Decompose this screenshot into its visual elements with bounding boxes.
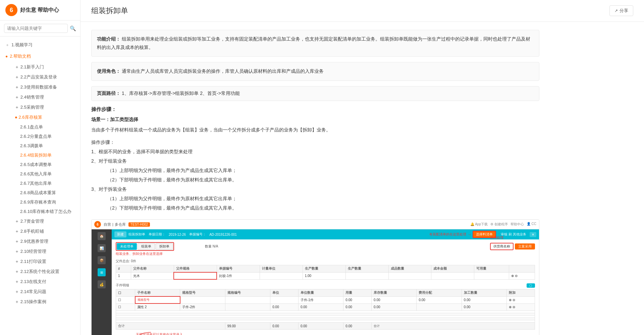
sidebar-item-i268[interactable]: 2.6.8商品成本重算 [15, 188, 80, 198]
td-unit-1 [260, 272, 303, 279]
page-title: 组装拆卸单 [91, 6, 128, 16]
sidebar-item-g25-label: 2.5采购管理 [20, 105, 44, 110]
btd-unit-1 [270, 296, 299, 303]
sidebar-item-g23[interactable]: ＋ 2.3使用前数据准备 [9, 82, 80, 92]
plus-icon: ＋ [15, 269, 19, 274]
nav-group-docs: ● 2.帮助文档 ＋ 2.1新手入门 ＋ 2.2产品安装及登录 ＋ 2.3使用前… [0, 51, 80, 307]
sim-field-no: AD-20191226-001 [209, 233, 237, 236]
sidebar-item-i261[interactable]: 2.6.1盘点单 [15, 122, 80, 132]
sub-steps: 操作步骤： 1、根据不同的业务，选择不同单据的类型来处理 2、对于组装业务 （1… [91, 137, 539, 213]
sidebar-item-g28[interactable]: ＋ 2.8手机旺铺 [9, 226, 80, 236]
sidebar-item-g28-label: 2.8手机旺铺 [20, 229, 44, 234]
btd-empty-3 [116, 311, 535, 313]
sidebar-item-i263[interactable]: 2.6.3调拨单 [15, 141, 80, 151]
btd-unitqty-1: 子件-1件 [298, 296, 343, 303]
main-header: 组装拆卸单 ↗ 分享 [80, 0, 644, 22]
plus-icon: ＋ [15, 85, 19, 90]
sim-btn-close[interactable]: ✕ [530, 232, 536, 237]
bth-unitqty: 单位数量 [298, 289, 343, 297]
sidebar-item-g29[interactable]: ＋ 2.9优惠券管理 [9, 236, 80, 246]
sidebar-item-i262[interactable]: 2.6.2分量盘点单 [15, 132, 80, 141]
sim-type-tabs-wrapper: 未处理单 组装单 拆卸单 组装业务、拆卸业务在这里选择 [116, 242, 174, 251]
sidebar-item-g22[interactable]: ＋ 2.2产品安装及登录 [9, 72, 80, 82]
th-doc-no: 单据编号 [217, 265, 260, 273]
steps-block: 操作步骤： 场景一：加工类型选择 当由多个子件材料组装成一个成品的业务为【组装】… [91, 106, 539, 213]
sim-table-bottom: ☐ 子件名称 规格型号 规格编号 单位 单位数量 用量 库存数量 费用分配 [116, 289, 535, 330]
sidebar-item-g215-label: 2.15操作案例 [20, 299, 46, 304]
sim-badge: TEST-H002 [128, 222, 150, 227]
screenshot-ui: 6 自营 | 多仓库 TEST-H002 🔔 App下载 ⚙ 创建程序 帮助中心… [92, 220, 539, 335]
sidebar-item-g21[interactable]: ＋ 2.1新手入门 [9, 62, 80, 72]
table-row-bottom-7 [116, 320, 535, 323]
plus-icon: ＋ [15, 229, 19, 234]
btd-name-2: 属性 2 [135, 303, 180, 311]
sidebar-item-g212[interactable]: ＋ 2.12系统个性化设置 [9, 267, 80, 277]
sidebar-item-g24[interactable]: ＋ 2.4销售管理 [9, 92, 80, 102]
sim-tab-unprocessed[interactable]: 未处理单 [117, 243, 137, 250]
sidebar-item-i265[interactable]: 2.6.5成本调整单 [15, 160, 80, 169]
path-desc-text: 1、库存核算->库存管理->组装拆卸单 2、首页->常用功能 [122, 91, 240, 96]
sidebar-item-g214-label: 2.14常见问题 [20, 289, 46, 294]
sim-tab-assembly[interactable]: 组装单 [138, 243, 155, 250]
share-icon: ↗ [614, 8, 618, 13]
minus-icon: ● [5, 54, 8, 59]
role-label: 使用角色： [97, 68, 120, 74]
btd-usage-1: 0.00 [343, 296, 372, 303]
sidebar-item-i269[interactable]: 2.6.9库存账本查询 [15, 198, 80, 207]
sim-form-row1: 未处理单 组装单 拆卸单 组装业务、拆卸业务在这里选择 数量 N/A [116, 242, 535, 251]
sidebar-item-g210[interactable]: ＋ 2.10经营管理 [9, 246, 80, 257]
sim-tab-disassembly[interactable]: 拆卸单 [156, 243, 173, 250]
bth-stock: 库存数量 [372, 289, 417, 297]
sidebar-item-g27[interactable]: ＋ 2.7资金管理 [9, 216, 80, 226]
bth-usage: 用量 [343, 289, 372, 297]
step3: 3、对于拆装业务 [91, 184, 539, 194]
main-content: 组装拆卸单 ↗ 分享 功能介绍： 组装拆卸单用来处理企业组装或拆卸等加工业务，支… [80, 0, 644, 335]
bth-spec: 规格型号 [180, 289, 225, 297]
th-parent-name: 父件名称 [131, 265, 174, 273]
sidebar-item-docs[interactable]: ● 2.帮助文档 [0, 51, 80, 62]
plus-icon: ＋ [15, 299, 19, 304]
btd-process-2: 0.00 [462, 303, 506, 311]
sidebar-item-g213[interactable]: ＋ 2.13在线支付 [9, 277, 80, 287]
sidebar-item-g26[interactable]: ● 2.6库存核算 [9, 112, 80, 122]
sim-btn-confirm[interactable]: 立案采用 [515, 243, 535, 249]
step1: 1、根据不同的业务，选择不同单据的类型来处理 [91, 147, 539, 156]
sidebar-item-g214[interactable]: ＋ 2.14常见问题 [9, 287, 80, 297]
sidebar-item-g25[interactable]: ＋ 2.5采购管理 [9, 102, 80, 112]
search-button[interactable]: 🔍 [70, 25, 76, 32]
step3-sub2: （2）下部明细为子件明细，最终作为产成品生成其它入库单。 [107, 203, 539, 213]
table-row-bottom-2: ☐ 属性 2 子件-2件 0.00 0.00 0.00 0.00 [116, 303, 535, 311]
sidebar-item-i267[interactable]: 2.6.7其他出库单 [15, 179, 80, 188]
sim-enable-field: 供货商名称 [490, 243, 514, 250]
sim-left-sidebar: 🏠 📊 📦 ⊞ 💰 [92, 229, 112, 335]
th-seq: # [116, 265, 131, 273]
sim-btn-expand[interactable]: ⬡ [527, 283, 535, 288]
sidebar-item-video[interactable]: ＋ 1.视频学习 [0, 39, 80, 51]
minus-icon: ● [15, 115, 17, 120]
plus-icon: ＋ [15, 249, 19, 254]
sidebar: 6 好生意 帮助中心 🔍 ＋ 1.视频学习 ● 2.帮助文档 ＋ 2.1新手入门 [0, 0, 80, 335]
search-input[interactable] [4, 24, 68, 33]
sidebar-item-i264[interactable]: 2.6.4组装拆卸单 [15, 151, 80, 160]
sidebar-item-g21-label: 2.1新手入门 [20, 64, 44, 69]
sim-btn-add[interactable]: 新建 [114, 231, 126, 237]
table-row-bottom-4 [116, 313, 535, 316]
sidebar-item-g211[interactable]: ＋ 2.11打印设置 [9, 257, 80, 267]
logo-icon: 6 [5, 4, 17, 16]
btd-extra-1: ⊕ ⊖ [507, 296, 535, 303]
sidebar-item-g215[interactable]: ＋ 2.15操作案例 [9, 297, 80, 307]
share-button[interactable]: ↗ 分享 [609, 5, 633, 16]
th-prod-qty: 生产数量 [303, 265, 345, 273]
annotation2-text: 组装业务、拆卸业务在这里选择 [116, 252, 163, 256]
sidebar-item-i2610[interactable]: 2.6.10库存账本错了怎么办 [15, 207, 80, 216]
plus-icon: ＋ [15, 105, 19, 110]
sim-type-tabs: 未处理单 组装单 拆卸单 [116, 242, 174, 251]
plus-icon: ＋ [15, 239, 19, 244]
step2-sub1: （1）上部明细为父件明细，最终作为产成品生成其它入库单； [107, 166, 539, 175]
sim-field-no-label: 单据编号： [189, 232, 206, 237]
sidebar-item-i266[interactable]: 2.6.6其他入库单 [15, 169, 80, 179]
btd-stock-2: 0.00 [372, 303, 417, 311]
sim-topbar: 6 自营 | 多仓库 TEST-H002 🔔 App下载 ⚙ 创建程序 帮助中心… [92, 220, 539, 229]
sim-icon-5: 💰 [98, 280, 106, 288]
btd-check-2: ☐ [116, 303, 135, 311]
